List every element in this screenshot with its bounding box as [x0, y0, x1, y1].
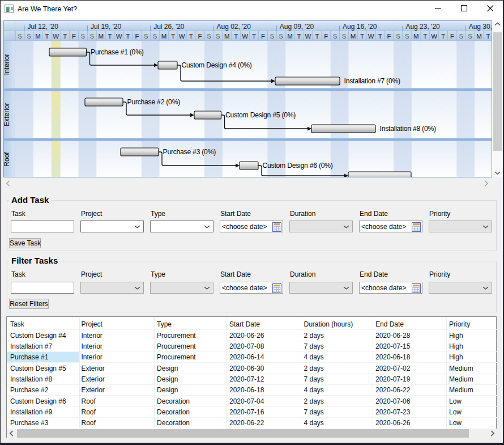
svg-text:F: F [135, 33, 139, 40]
svg-text:S: S [89, 33, 94, 40]
svg-text:M: M [351, 33, 356, 40]
svg-text:T: T [189, 33, 193, 40]
svg-text:Interior: Interior [3, 54, 11, 75]
svg-text:F: F [72, 33, 76, 40]
svg-text:Custom Design #6 (0%): Custom Design #6 (0%) [263, 162, 333, 169]
svg-text:W: W [53, 33, 59, 40]
svg-text:T: T [315, 33, 319, 40]
svg-text:Aug 16, '20: Aug 16, '20 [343, 23, 377, 31]
svg-text:S: S [270, 33, 274, 40]
svg-text:Aug 30, '20: Aug 30, '20 [469, 23, 492, 31]
svg-text:S: S [27, 33, 31, 40]
svg-text:F: F [450, 33, 454, 40]
svg-text:T: T [234, 33, 238, 40]
svg-text:M: M [161, 33, 167, 40]
svg-text:Aug 23, '20: Aug 23, '20 [405, 23, 440, 31]
svg-text:T: T [441, 33, 445, 40]
svg-text:Aug 02, '20: Aug 02, '20 [217, 23, 251, 31]
svg-text:F: F [198, 33, 202, 40]
svg-text:S: S [153, 33, 157, 40]
svg-text:Purchase #1 (0%): Purchase #1 (0%) [91, 48, 144, 56]
svg-text:S: S [81, 33, 86, 40]
svg-text:S: S [333, 33, 338, 40]
svg-text:Purchase #3 (0%): Purchase #3 (0%) [163, 148, 216, 156]
svg-text:S: S [216, 33, 220, 40]
svg-text:Purchase #2 (0%): Purchase #2 (0%) [127, 98, 181, 106]
svg-text:Installation #8 (0%): Installation #8 (0%) [380, 125, 437, 133]
svg-text:S: S [207, 33, 211, 40]
svg-text:T: T [360, 33, 364, 40]
svg-text:T: T [423, 33, 427, 40]
svg-text:Installation #7 (0%): Installation #7 (0%) [344, 77, 401, 85]
svg-text:S: S [342, 33, 347, 40]
svg-text:T: T [486, 33, 490, 40]
svg-text:S: S [18, 33, 22, 40]
svg-text:T: T [126, 33, 130, 40]
svg-text:W: W [116, 33, 122, 40]
svg-text:T: T [45, 33, 49, 40]
svg-text:W: W [179, 33, 185, 40]
svg-text:Jul 12, '20: Jul 12, '20 [28, 23, 59, 31]
svg-text:Custom Design #5 (0%): Custom Design #5 (0%) [225, 111, 296, 119]
svg-text:F: F [261, 33, 265, 40]
svg-text:M: M [476, 33, 482, 40]
svg-text:W: W [305, 33, 311, 40]
svg-text:S: S [459, 33, 463, 40]
svg-text:W: W [431, 33, 437, 40]
svg-text:T: T [297, 33, 301, 40]
svg-text:Custom Design #4 (0%): Custom Design #4 (0%) [182, 61, 252, 69]
svg-text:T: T [171, 33, 175, 40]
svg-text:M: M [287, 33, 293, 40]
svg-text:S: S [405, 33, 409, 40]
svg-text:T: T [378, 33, 382, 40]
svg-text:M: M [98, 33, 104, 40]
svg-text:M: M [224, 33, 230, 40]
svg-text:W: W [242, 33, 248, 40]
svg-text:Jul 19, '20: Jul 19, '20 [91, 23, 122, 31]
svg-text:S: S [468, 33, 472, 40]
svg-text:F: F [324, 33, 328, 40]
svg-text:S: S [396, 33, 400, 40]
svg-text:Aug 09, '20: Aug 09, '20 [280, 23, 314, 31]
svg-text:Exterior: Exterior [3, 103, 11, 126]
svg-text:Jul 26, '20: Jul 26, '20 [153, 23, 185, 31]
svg-text:F: F [387, 33, 391, 40]
svg-text:Roof: Roof [3, 152, 11, 167]
svg-text:T: T [108, 33, 112, 40]
svg-text:T: T [63, 33, 67, 40]
svg-text:M: M [413, 33, 419, 40]
svg-text:T: T [252, 33, 256, 40]
svg-text:S: S [279, 33, 283, 40]
svg-text:M: M [35, 33, 41, 40]
svg-text:W: W [368, 33, 374, 40]
svg-text:S: S [144, 33, 148, 40]
